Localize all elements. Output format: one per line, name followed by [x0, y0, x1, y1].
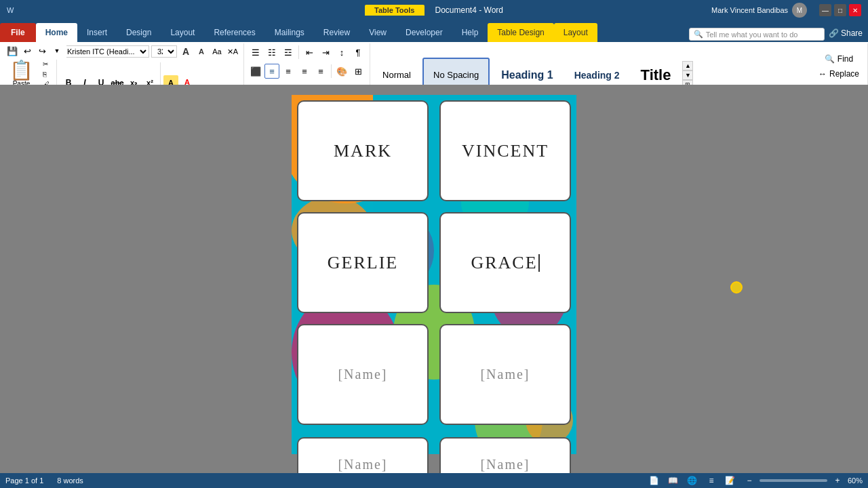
find-icon: 🔍 — [825, 54, 835, 64]
name-cell-5[interactable]: [Name] — [434, 319, 576, 430]
font-name-select[interactable]: Kristen ITC (Headi... — [61, 45, 149, 58]
name-cell-7[interactable]: [Name] — [434, 430, 576, 473]
name-box-3[interactable]: GRACE — [439, 212, 571, 313]
paste-icon: 📋 — [9, 61, 33, 80]
status-right: 📄 📖 🌐 ≡ 📝 − + 60% — [648, 474, 863, 487]
tab-review[interactable]: Review — [314, 23, 359, 42]
align-right-btn[interactable]: ≡ — [281, 64, 296, 79]
name-box-6[interactable]: [Name] — [297, 437, 429, 473]
name-cell-4[interactable]: [Name] — [292, 319, 434, 430]
minimize-btn[interactable]: — — [819, 4, 831, 16]
align-center-btn[interactable]: ≡ — [264, 64, 279, 79]
tab-references[interactable]: References — [204, 23, 264, 42]
name-box-2[interactable]: GERLIE — [297, 212, 429, 313]
list-row: ☰ ☷ ☲ ⇤ ⇥ ↕ ¶ — [248, 45, 366, 60]
name-cell-3[interactable]: GRACE — [434, 207, 576, 319]
multilevel-btn[interactable]: ☲ — [281, 45, 296, 60]
ribbon-tabs: File Home Insert Design Layout Reference… — [0, 20, 868, 42]
bullets-btn[interactable]: ☰ — [248, 45, 263, 60]
decrease-indent-btn[interactable]: ⇤ — [302, 45, 317, 60]
table-tools-indicator: Table Tools — [365, 5, 425, 16]
web-layout-btn[interactable]: 🌐 — [686, 474, 698, 487]
font-grow-btn[interactable]: A — [179, 45, 193, 58]
find-btn[interactable]: 🔍 Find — [821, 53, 857, 65]
tab-file[interactable]: File — [0, 23, 36, 42]
close-btn[interactable]: ✕ — [849, 4, 861, 16]
name-cell-6[interactable]: [Name] — [292, 430, 434, 473]
redo-btn[interactable]: ↪ — [35, 44, 49, 58]
tab-developer[interactable]: Developer — [396, 23, 452, 42]
copy-btn[interactable]: ⎘ — [40, 70, 52, 79]
search-box[interactable]: 🔍 Tell me what you want to do — [689, 28, 825, 41]
zoom-area: − + 60% — [743, 474, 863, 487]
name-box-0[interactable]: MARK — [297, 100, 429, 201]
search-icon: 🔍 — [694, 30, 703, 39]
zoom-slider[interactable] — [760, 479, 827, 482]
draft-btn[interactable]: 📝 — [724, 474, 736, 487]
font-shrink-btn[interactable]: A — [195, 45, 208, 58]
status-bar: Page 1 of 1 8 words 📄 📖 🌐 ≡ 📝 − + 60% — [0, 473, 868, 488]
tab-home[interactable]: Home — [36, 23, 77, 42]
align-left-btn[interactable]: ⬛ — [248, 64, 263, 79]
name-cell-1[interactable]: VINCENT — [434, 95, 576, 207]
word-count: 8 words — [57, 476, 83, 485]
name-box-4[interactable]: [Name] — [297, 324, 429, 425]
cut-btn[interactable]: ✂ — [40, 60, 52, 68]
zoom-out-btn[interactable]: − — [743, 474, 755, 487]
sort-btn[interactable]: ↕ — [334, 45, 349, 60]
replace-label: Replace — [829, 69, 859, 79]
case-btn[interactable]: Aa — [210, 45, 224, 58]
read-mode-btn[interactable]: 📖 — [667, 474, 679, 487]
name-cell-2[interactable]: GERLIE — [292, 207, 434, 319]
show-marks-btn[interactable]: ¶ — [351, 45, 366, 60]
name-text-3: GRACE — [471, 253, 537, 273]
doc-page: MARK VINCENT GERLIE GRACE — [292, 95, 576, 473]
increase-indent-btn[interactable]: ⇥ — [318, 45, 333, 60]
numbering-btn[interactable]: ☷ — [264, 45, 279, 60]
styles-scroll-down[interactable]: ▼ — [682, 70, 693, 80]
tab-view[interactable]: View — [359, 23, 396, 42]
undo-btn[interactable]: ↩ — [20, 44, 34, 58]
tab-mailings[interactable]: Mailings — [265, 23, 314, 42]
replace-btn[interactable]: ↔ Replace — [814, 68, 863, 80]
shading-btn[interactable]: 🎨 — [334, 64, 349, 79]
maximize-btn[interactable]: □ — [834, 4, 846, 16]
zoom-in-btn[interactable]: + — [831, 474, 844, 487]
tab-design[interactable]: Design — [117, 23, 161, 42]
justify-btn[interactable]: ≡ — [297, 64, 312, 79]
name-box-5[interactable]: [Name] — [439, 324, 571, 425]
print-layout-btn[interactable]: 📄 — [648, 474, 660, 487]
tab-table-layout[interactable]: Layout — [554, 23, 597, 42]
user-avatar: M — [792, 3, 807, 18]
clear-format-btn[interactable]: ✕A — [226, 45, 239, 58]
tab-table-design[interactable]: Table Design — [488, 23, 553, 42]
line-spacing-btn[interactable]: ≡ — [313, 64, 328, 79]
name-cell-0[interactable]: MARK — [292, 95, 434, 207]
zoom-level: 60% — [848, 476, 863, 485]
user-name: Mark Vincent Bandibas — [711, 6, 788, 14]
doc-area: MARK VINCENT GERLIE GRACE — [0, 85, 868, 473]
save-quick-btn[interactable]: 💾 — [5, 44, 19, 58]
align-row: ⬛ ≡ ≡ ≡ ≡ 🎨 ⊞ — [248, 64, 366, 79]
name-table: MARK VINCENT GERLIE GRACE — [292, 95, 576, 473]
styles-scroll-up[interactable]: ▲ — [682, 61, 693, 70]
app-logo: W — [7, 6, 14, 14]
user-info: Mark Vincent Bandibas M — [711, 3, 807, 18]
tab-layout[interactable]: Layout — [161, 23, 204, 42]
quick-access-toolbar: 💾 ↩ ↪ ▼ — [3, 42, 66, 60]
font-size-select[interactable]: 32 — [151, 45, 177, 58]
name-box-1[interactable]: VINCENT — [439, 100, 571, 201]
tab-help[interactable]: Help — [452, 23, 488, 42]
tab-insert[interactable]: Insert — [77, 23, 117, 42]
page-info: Page 1 of 1 — [5, 476, 43, 485]
doc-title: Document4 - Word — [435, 5, 503, 15]
find-label: Find — [837, 54, 853, 64]
borders-btn[interactable]: ⊞ — [351, 64, 366, 79]
window-controls[interactable]: — □ ✕ — [819, 4, 861, 16]
customize-qa-btn[interactable]: ▼ — [50, 44, 64, 58]
font-name-row: Kristen ITC (Headi... 32 A A Aa ✕A — [61, 45, 239, 58]
outline-btn[interactable]: ≡ — [705, 474, 717, 487]
share-btn[interactable]: 🔗 Share — [829, 28, 863, 38]
share-icon: 🔗 — [829, 28, 839, 38]
name-box-7[interactable]: [Name] — [439, 437, 571, 473]
